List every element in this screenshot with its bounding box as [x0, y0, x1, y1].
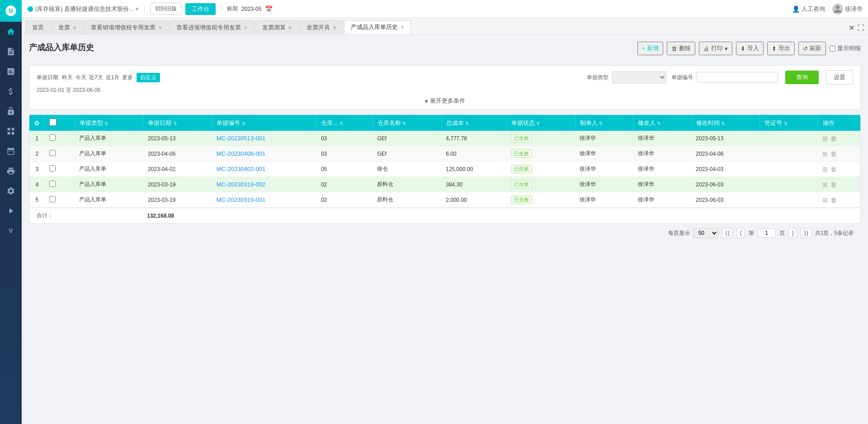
sidebar-item-version[interactable]: V [0, 221, 22, 241]
refresh-label: 刷新 [810, 44, 821, 52]
export-button[interactable]: ⬆ 导出 [767, 42, 795, 55]
col-type[interactable]: 单据类型 ⇅ [75, 115, 143, 131]
import-button[interactable]: ⬇ 导入 [736, 42, 764, 55]
col-voucher[interactable]: 凭证号 ⇅ [760, 115, 818, 131]
delete-icon[interactable]: 🗑 [830, 166, 837, 173]
col-status[interactable]: 单据状态 ⇅ [506, 115, 575, 131]
edit-icon[interactable]: ⊞ [822, 150, 828, 157]
row-date: 2023-04-06 [143, 146, 212, 162]
last-page-button[interactable]: ⟩⟩ [801, 228, 811, 238]
first-page-button[interactable]: ⟨⟨ [722, 228, 733, 238]
type-filter-select[interactable]: 产品入库单 [612, 71, 666, 83]
sidebar-item-home[interactable] [0, 22, 22, 42]
user-menu[interactable]: 徐泽华 [832, 4, 863, 14]
sidebar-item-lock[interactable] [0, 101, 22, 121]
tab-sales-close[interactable]: × [158, 24, 162, 31]
switch-button[interactable]: 切到旧版 [150, 3, 182, 15]
maximize-icon[interactable]: ⛶ [857, 24, 864, 32]
tab-issue-close[interactable]: × [333, 24, 336, 31]
settings-col-header[interactable]: ⚙ [29, 115, 45, 131]
tab-invoice[interactable]: 发票 × [52, 20, 83, 34]
tab-calc-close[interactable]: × [288, 24, 292, 31]
row-number-link[interactable]: MC-20230406-001 [217, 150, 265, 157]
row-number-link[interactable]: MC-20230402-001 [217, 166, 265, 172]
row-num: 4 [29, 177, 45, 192]
col-warehouse-code[interactable]: 仓库... ⇅ [316, 115, 373, 131]
tab-history-close[interactable]: × [401, 24, 404, 30]
per-page-label: 每页显示 [668, 229, 690, 237]
query-button[interactable]: 查询 [785, 71, 819, 84]
shortcut-7days[interactable]: 近7天 [89, 74, 103, 81]
col-warehouse-name[interactable]: 仓库名称 ⇅ [373, 115, 441, 131]
sidebar-item-print[interactable] [0, 161, 22, 181]
tab-calc[interactable]: 发票测算 × [255, 20, 299, 34]
number-filter-input[interactable] [697, 72, 778, 83]
import-icon: ⬇ [741, 45, 745, 52]
shortcut-more[interactable]: 更多 [122, 74, 133, 81]
row-number-link[interactable]: MC-20230513-001 [217, 135, 265, 142]
col-total-cost[interactable]: 总成本 ⇅ [441, 115, 506, 131]
tab-purchase-close[interactable]: × [244, 24, 247, 31]
sidebar-item-documents[interactable] [0, 42, 22, 62]
brand-dropdown-icon[interactable]: ▾ [136, 5, 139, 12]
edit-icon[interactable]: ⊞ [822, 135, 828, 142]
sidebar-item-analytics[interactable] [0, 62, 22, 81]
shortcut-yesterday[interactable]: 昨天 [62, 74, 73, 81]
edit-icon[interactable]: ⊞ [822, 181, 828, 188]
delete-icon[interactable]: 🗑 [830, 150, 837, 157]
show-detail-checkbox[interactable]: 显示明细 [830, 44, 861, 52]
column-settings-icon[interactable]: ⚙ [34, 119, 40, 127]
sidebar-item-play[interactable] [0, 201, 22, 221]
sidebar-item-settings[interactable] [0, 181, 22, 201]
shortcut-1month[interactable]: 近1月 [106, 74, 120, 81]
row-checkbox[interactable] [49, 165, 56, 172]
shortcut-today[interactable]: 今天 [75, 74, 86, 81]
next-page-button[interactable]: ⟩ [788, 228, 797, 238]
page-input[interactable] [758, 229, 776, 238]
service-button[interactable]: 👤 人工咨询 [792, 5, 825, 13]
row-checkbox[interactable] [49, 181, 56, 187]
prev-page-button[interactable]: ⟨ [736, 228, 745, 238]
row-date: 2023-03-19 [143, 177, 212, 192]
calendar-icon[interactable]: 📅 [265, 5, 273, 13]
delete-icon[interactable]: 🗑 [830, 135, 837, 142]
row-checkbox[interactable] [49, 196, 56, 202]
custom-date-button[interactable]: 自定义 [137, 73, 160, 82]
setting-button[interactable]: 设置 [826, 70, 853, 85]
tab-home[interactable]: 首页 [25, 20, 51, 34]
expand-button[interactable]: ▾ 展开更多条件 [425, 97, 465, 105]
row-modify-time: 2023-06-03 [691, 192, 760, 208]
row-checkbox[interactable] [49, 134, 56, 141]
delete-button[interactable]: 🗑 删除 [667, 42, 695, 55]
refresh-button[interactable]: ↺ 刷新 [798, 42, 826, 55]
tab-purchase-invoice[interactable]: 查看进项增值税专用发票 × [170, 20, 254, 34]
col-date[interactable]: 单据日期 ⇅ [143, 115, 212, 131]
close-all-icon[interactable]: ✕ [849, 24, 854, 32]
print-button[interactable]: 🖨 打印 ▾ [699, 42, 732, 55]
col-creator[interactable]: 制单人 ⇅ [575, 115, 633, 131]
row-number-link[interactable]: MC-20230319-002 [217, 181, 265, 188]
tab-issue[interactable]: 发票开具 × [300, 20, 343, 34]
col-modifier[interactable]: 修改人 ⇅ [633, 115, 691, 131]
row-num: 3 [29, 162, 45, 177]
row-number-link[interactable]: MC-20230319-001 [217, 196, 265, 203]
per-page-select[interactable]: 20 50 100 [693, 228, 718, 238]
sidebar-item-finance[interactable] [0, 81, 22, 101]
delete-icon[interactable]: 🗑 [830, 181, 837, 188]
tab-invoice-close[interactable]: × [73, 24, 76, 31]
select-all-checkbox[interactable] [49, 119, 57, 126]
add-button[interactable]: + 新增 [637, 42, 663, 55]
delete-icon[interactable]: 🗑 [830, 196, 837, 204]
sidebar-item-report[interactable] [0, 141, 22, 161]
sidebar-item-grid[interactable] [0, 121, 22, 141]
edit-icon[interactable]: ⊞ [822, 166, 828, 173]
workbench-button[interactable]: 工作台 [185, 3, 216, 15]
row-checkbox[interactable] [49, 150, 56, 156]
select-all-col[interactable] [45, 115, 75, 131]
col-number[interactable]: 单据编号 ⇅ [212, 115, 316, 131]
tab-history[interactable]: 产成品入库单历史 × [344, 20, 411, 34]
col-modify-time[interactable]: 修改时间 ⇅ [691, 115, 760, 131]
edit-icon[interactable]: ⊞ [822, 196, 828, 204]
tab-sales-invoice[interactable]: 查看销项增值税专用发票 × [84, 20, 169, 34]
show-detail-input[interactable] [830, 46, 835, 52]
